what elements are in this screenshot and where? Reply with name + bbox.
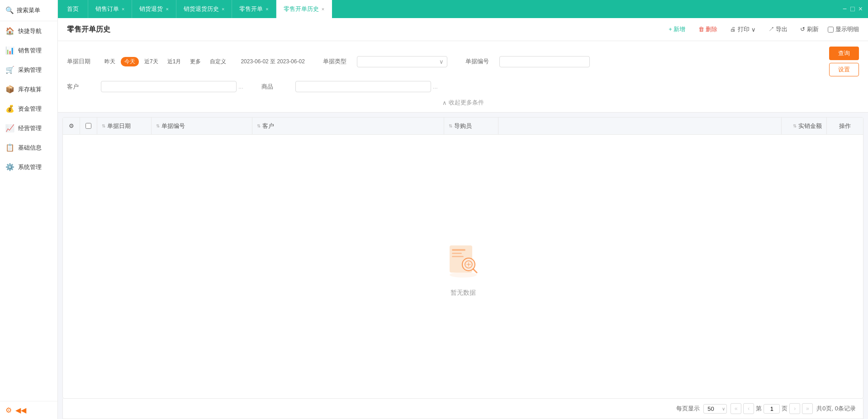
display-detail-label: 显示明细 <box>835 25 859 33</box>
chart-icon: 📊 <box>5 46 14 55</box>
collapse-label: 收起更多条件 <box>449 99 484 107</box>
last-month-btn[interactable]: 近1月 <box>164 57 185 66</box>
th-settings[interactable]: ⚙ <box>63 118 80 134</box>
print-button[interactable]: 🖨 打印 ∨ <box>726 24 759 35</box>
custom-btn[interactable]: 自定义 <box>206 57 230 66</box>
sidebar-search-label: 搜索菜单 <box>17 6 40 14</box>
data-table: ⚙ ⇅ 单据日期 ⇅ 单据编号 ⇅ 客户 ⇅ <box>62 117 863 399</box>
page-input[interactable] <box>764 404 780 414</box>
add-button[interactable]: + 新增 <box>665 24 689 35</box>
sidebar-item-base-info[interactable]: 📋 基础信息 <box>0 138 57 157</box>
tab-home-label: 首页 <box>67 5 79 13</box>
money-icon: 💰 <box>5 104 14 113</box>
sidebar-item-sales-mgmt[interactable]: 📊 销售管理 <box>0 41 57 60</box>
trend-icon: 📈 <box>5 124 14 132</box>
minimize-icon[interactable]: − <box>843 5 847 13</box>
tab-retail-open-close[interactable]: × <box>266 6 268 12</box>
tab-retail-history-close[interactable]: × <box>322 6 324 12</box>
display-detail-checkbox[interactable] <box>828 27 834 33</box>
more-btn[interactable]: 更多 <box>186 57 204 66</box>
date-filter-label: 单据日期 <box>67 57 92 66</box>
refresh-button[interactable]: ↺ 刷新 <box>797 24 822 35</box>
action-buttons: 查询 设置 <box>829 47 859 76</box>
main-content: 首页 销售订单 × 销货退货 × 销货退货历史 × 零售开单 × 零售开单历史 … <box>58 0 868 419</box>
tab-sales-return-history-close[interactable]: × <box>222 6 224 12</box>
customer-select-icon[interactable]: ... <box>238 83 243 90</box>
delete-button[interactable]: 🗑 删除 <box>695 24 721 35</box>
customer-input-wrap: ... <box>101 81 243 92</box>
th-customer: ⇅ 客户 <box>252 118 444 134</box>
select-all-checkbox[interactable] <box>85 123 91 129</box>
today-btn[interactable]: 今天 <box>121 57 139 66</box>
th-checkbox[interactable] <box>80 118 97 134</box>
page-size-wrap: 50 10 20 100 ∨ <box>703 404 727 414</box>
sort-icon[interactable]: ⇅ <box>156 123 160 128</box>
tab-sales-return[interactable]: 销货退货 × <box>132 0 176 18</box>
maximize-icon[interactable]: □ <box>850 5 855 13</box>
close-window-icon[interactable]: × <box>859 5 863 13</box>
collapse-up-icon: ∧ <box>442 99 447 106</box>
settings-icon[interactable]: ⚙ <box>5 406 12 414</box>
yesterday-btn[interactable]: 昨天 <box>101 57 119 66</box>
page-word: 第 <box>756 405 762 413</box>
last-page-btn[interactable]: » <box>802 403 813 414</box>
setting-button[interactable]: 设置 <box>829 63 859 76</box>
sort-icon[interactable]: ⇅ <box>793 123 797 128</box>
tab-retail-open[interactable]: 零售开单 × <box>232 0 276 18</box>
th-spacer <box>498 118 782 134</box>
table-header: ⚙ ⇅ 单据日期 ⇅ 单据编号 ⇅ 客户 ⇅ <box>63 118 863 135</box>
doc-type-select-wrap: ∨ <box>357 56 447 67</box>
search-icon: 🔍 <box>5 6 14 14</box>
sidebar-item-inventory[interactable]: 📦 库存核算 <box>0 80 57 99</box>
sidebar-search[interactable]: 🔍 搜索菜单 <box>0 0 57 21</box>
th-customer-label: 客户 <box>262 122 274 130</box>
page-nav: « ‹ 第 页 › » <box>730 403 813 414</box>
sidebar-item-finance[interactable]: 💰 资金管理 <box>0 99 57 118</box>
first-page-btn[interactable]: « <box>730 403 741 414</box>
sort-icon[interactable]: ⇅ <box>257 123 261 128</box>
export-button[interactable]: ↗ 导出 <box>765 24 792 35</box>
tab-sales-return-history[interactable]: 销货退货历史 × <box>176 0 232 18</box>
sidebar-item-quick-nav[interactable]: 🏠 快捷导航 <box>0 21 57 41</box>
display-detail-checkbox-label[interactable]: 显示明细 <box>828 25 859 33</box>
sidebar-item-label: 基础信息 <box>18 144 42 152</box>
svg-rect-2 <box>452 249 465 251</box>
sidebar-item-operations[interactable]: 📈 经营管理 <box>0 118 57 138</box>
sidebar-item-purchase-mgmt[interactable]: 🛒 采购管理 <box>0 60 57 80</box>
tab-sales-return-label: 销货退货 <box>139 5 163 13</box>
next-page-btn[interactable]: › <box>789 403 800 414</box>
cart-icon: 🛒 <box>5 66 14 74</box>
home-icon: 🏠 <box>5 27 14 35</box>
last7-btn[interactable]: 近7天 <box>141 57 162 66</box>
page-header: 零售开单历史 + 新增 🗑 删除 🖨 打印 ∨ ↗ 导出 ↺ 刷新 <box>58 18 868 41</box>
collapse-sidebar-icon[interactable]: ◀◀ <box>15 406 26 414</box>
th-op: 操作 <box>827 118 863 134</box>
collapse-button[interactable]: ∧ 收起更多条件 <box>442 99 484 107</box>
filter-row-2: 客户 ... 商品 ... <box>67 81 859 92</box>
th-guide: ⇅ 导购员 <box>444 118 498 134</box>
customer-input[interactable] <box>101 81 237 92</box>
customer-filter-label: 客户 <box>67 83 92 91</box>
tab-home[interactable]: 首页 <box>58 0 88 18</box>
sidebar-item-sys-mgmt[interactable]: ⚙️ 系统管理 <box>0 157 57 177</box>
doc-num-input[interactable] <box>499 56 590 67</box>
tab-retail-open-label: 零售开单 <box>239 5 263 13</box>
tab-sales-return-close[interactable]: × <box>166 6 168 12</box>
svg-rect-3 <box>452 253 462 254</box>
gear-icon: ⚙️ <box>5 163 14 171</box>
sidebar-item-label: 资金管理 <box>18 105 42 113</box>
per-page-label: 每页显示 <box>676 405 700 413</box>
query-button[interactable]: 查询 <box>829 47 859 60</box>
th-doc-num: ⇅ 单据编号 <box>152 118 252 134</box>
page-unit: 页 <box>782 405 787 413</box>
tab-retail-history[interactable]: 零售开单历史 × <box>276 0 332 18</box>
tab-sales-order-close[interactable]: × <box>122 6 124 12</box>
sort-icon[interactable]: ⇅ <box>102 123 105 128</box>
prev-page-btn[interactable]: ‹ <box>743 403 754 414</box>
tab-sales-order[interactable]: 销售订单 × <box>88 0 132 18</box>
sort-icon[interactable]: ⇅ <box>449 123 452 128</box>
page-size-select[interactable]: 50 10 20 100 <box>703 404 727 414</box>
doc-type-select[interactable] <box>357 56 447 67</box>
goods-input[interactable] <box>295 81 431 92</box>
goods-select-icon[interactable]: ... <box>433 83 438 90</box>
